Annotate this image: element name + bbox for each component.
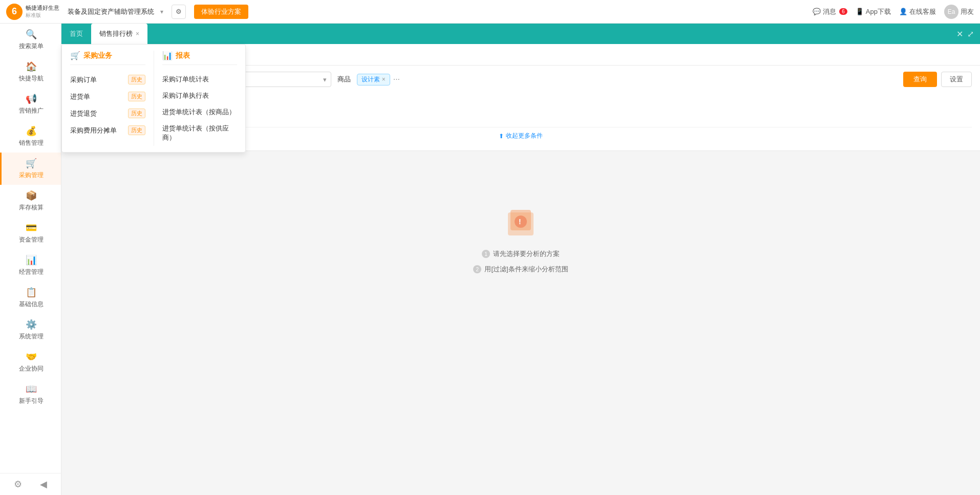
capital-icon: 💳 <box>26 222 37 233</box>
cooperation-icon: 🤝 <box>26 351 37 362</box>
sidebar-item-basic[interactable]: 📋 基础信息 <box>0 282 61 314</box>
doc-status-select[interactable]: ▾ <box>239 72 331 87</box>
sidebar-item-search[interactable]: 🔍 搜索菜单 <box>0 24 61 56</box>
purchase-col-title: 采购业务 <box>83 51 112 60</box>
cost-history: 历史 <box>128 125 145 135</box>
sidebar-item-cooperation[interactable]: 🤝 企业协同 <box>0 346 61 378</box>
empty-text-1: 请先选择要分析的方案 <box>493 249 560 259</box>
sidebar-settings-icon[interactable]: ⚙ <box>14 479 22 490</box>
goods-tag-text: 设计素 <box>361 75 380 84</box>
tab-close-all-icon[interactable]: ✕ <box>956 29 963 39</box>
message-badge: 6 <box>839 8 847 15</box>
sidebar-item-capital[interactable]: 💳 资金管理 <box>0 217 61 249</box>
menu-item-order-exec[interactable]: 采购订单执行表 <box>162 88 238 104</box>
logo-text: 畅捷通好生意 <box>26 4 59 11</box>
tab-sales-rank[interactable]: 销售排行榜 × <box>91 24 147 44</box>
menu-item-inbound-supplier[interactable]: 进货单统计表（按供应商） <box>162 120 238 146</box>
system-dropdown-icon[interactable]: ▾ <box>160 8 163 15</box>
goods-tag: 设计素 × <box>357 74 390 85</box>
message-action[interactable]: 💬 消息 6 <box>813 7 847 16</box>
header-nav: 装备及固定资产辅助管理系统 ▾ ⚙ 体验行业方案 <box>68 5 813 19</box>
menu-header-purchase: 🛒 采购业务 <box>70 51 145 65</box>
logo-icon: 6 <box>6 4 23 20</box>
marketing-icon: 📢 <box>26 93 37 104</box>
sidebar-item-inventory[interactable]: 📦 库存核算 <box>0 185 61 217</box>
purchase-order-history: 历史 <box>128 75 145 84</box>
sidebar-label-system: 系统管理 <box>19 332 44 341</box>
menu-item-cost[interactable]: 采购费用分摊单 历史 <box>70 122 145 139</box>
sidebar-label-basic: 基础信息 <box>19 300 44 309</box>
message-icon: 💬 <box>813 8 821 15</box>
inbound-supplier-label: 进货单统计表（按供应商） <box>162 124 238 142</box>
sidebar-label-operations: 经营管理 <box>19 268 44 276</box>
return-label: 进货退货 <box>70 109 124 118</box>
app-download-action[interactable]: 📱 App下载 <box>856 7 891 16</box>
sidebar-item-marketing[interactable]: 📢 营销推广 <box>0 88 61 120</box>
sidebar-label-search: 搜索菜单 <box>19 42 44 51</box>
menu-columns: 🛒 采购业务 采购订单 历史 进货单 历史 进货退货 历史 采购费用分摊单 历史 <box>62 51 245 146</box>
logo-sub: 标准版 <box>26 12 59 19</box>
search-icon: 🔍 <box>26 29 37 40</box>
purchase-header-icon: 🛒 <box>70 51 80 60</box>
message-label: 消息 <box>823 7 836 16</box>
sidebar-label-quick: 快捷导航 <box>19 74 44 83</box>
phone-icon: 📱 <box>856 8 864 15</box>
svg-text:!: ! <box>519 218 521 226</box>
service-icon: 👤 <box>899 8 907 15</box>
purchase-order-label: 采购订单 <box>70 75 124 84</box>
inbound-goods-label: 进货单统计表（按商品） <box>162 107 238 117</box>
inventory-icon: 📦 <box>26 190 37 201</box>
collapse-arrow-icon: ⬆ <box>499 133 504 140</box>
sidebar-bottom: ⚙ ◀ <box>0 473 61 495</box>
sidebar-item-quick[interactable]: 🏠 快捷导航 <box>0 56 61 88</box>
empty-text-2: 用[过滤]条件来缩小分析范围 <box>484 265 568 274</box>
basic-icon: 📋 <box>26 287 37 298</box>
tab-sales-rank-label: 销售排行榜 <box>99 29 133 38</box>
menu-item-purchase-order[interactable]: 采购订单 历史 <box>70 71 145 88</box>
sidebar-item-guide[interactable]: 📖 新手引导 <box>0 378 61 411</box>
app-download-label: App下载 <box>866 7 891 16</box>
purchase-icon: 🛒 <box>26 158 37 169</box>
empty-step-2: 2 用[过滤]条件来缩小分析范围 <box>473 265 568 274</box>
avatar: Ea <box>944 5 958 19</box>
online-service-action[interactable]: 👤 在线客服 <box>899 7 936 16</box>
tab-close-icon[interactable]: × <box>136 30 139 37</box>
tab-bar: 首页 销售排行榜 × ✕ ⤢ <box>61 24 980 44</box>
menu-col-report: 📊 报表 采购订单统计表 采购订单执行表 进货单统计表（按商品） 进货单统计表（… <box>154 51 246 146</box>
menu-header-report: 📊 报表 <box>162 51 238 65</box>
menu-item-inbound[interactable]: 进货单 历史 <box>70 88 145 105</box>
industry-button[interactable]: 体验行业方案 <box>194 5 248 19</box>
report-header-icon: 📊 <box>162 51 173 60</box>
sidebar-collapse-icon[interactable]: ◀ <box>40 479 47 490</box>
tab-home[interactable]: 首页 <box>61 24 91 44</box>
guide-icon: 📖 <box>26 383 37 395</box>
online-service-label: 在线客服 <box>909 7 936 16</box>
sales-icon: 💰 <box>26 125 37 137</box>
step-num-1: 1 <box>482 250 490 258</box>
menu-item-order-stat[interactable]: 采购订单统计表 <box>162 71 238 88</box>
sidebar-item-system[interactable]: ⚙️ 系统管理 <box>0 314 61 346</box>
empty-step-1: 1 请先选择要分析的方案 <box>482 249 560 259</box>
user-label: 用友 <box>961 7 974 16</box>
query-button[interactable]: 查询 <box>903 72 937 87</box>
sidebar-label-sales: 销售管理 <box>19 139 44 147</box>
tab-expand-icon[interactable]: ⤢ <box>967 29 974 39</box>
settings-button[interactable]: 设置 <box>941 72 972 87</box>
goods-label: 商品 <box>337 75 351 84</box>
sidebar-label-guide: 新手引导 <box>19 397 44 405</box>
sidebar-item-purchase[interactable]: 🛒 采购管理 <box>0 153 61 185</box>
inbound-history: 历史 <box>128 92 145 101</box>
sidebar-item-sales[interactable]: 💰 销售管理 <box>0 120 61 153</box>
inbound-label: 进货单 <box>70 92 124 101</box>
purchase-dropdown-menu: 🛒 采购业务 采购订单 历史 进货单 历史 进货退货 历史 采购费用分摊单 历史 <box>61 44 246 153</box>
menu-item-return[interactable]: 进货退货 历史 <box>70 105 145 122</box>
gear-button[interactable]: ⚙ <box>172 5 186 19</box>
sidebar-item-operations[interactable]: 📊 经营管理 <box>0 249 61 282</box>
menu-item-inbound-goods[interactable]: 进货单统计表（按商品） <box>162 104 238 120</box>
home-icon: 🏠 <box>26 61 37 72</box>
system-icon: ⚙️ <box>26 319 37 330</box>
goods-more-dots[interactable]: ··· <box>393 75 400 84</box>
user-action[interactable]: Ea 用友 <box>944 5 974 19</box>
goods-tag-remove[interactable]: × <box>382 76 386 83</box>
sidebar-label-cooperation: 企业协同 <box>19 364 44 373</box>
